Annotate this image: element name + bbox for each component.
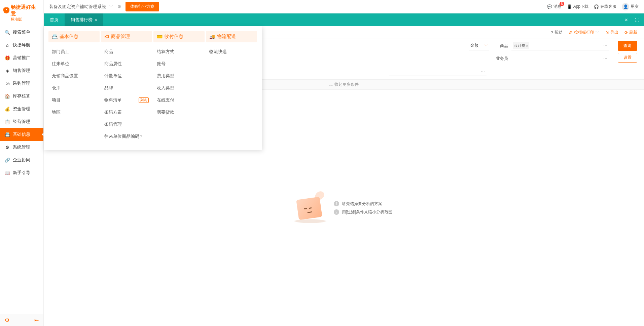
tab-home[interactable]: 首页 xyxy=(44,13,65,26)
help-link[interactable]: ? 帮助 xyxy=(551,30,563,35)
tab-bar: 首页 销售排行榜 × ✕ ⛶ xyxy=(44,13,644,26)
settings-gear-icon[interactable]: ⚙ xyxy=(5,317,9,323)
settings-button[interactable]: 设置 xyxy=(618,53,637,63)
tab-sales-ranking[interactable]: 销售排行榜 × xyxy=(65,13,103,26)
card-icon: 📇 xyxy=(52,34,58,39)
flyout-item[interactable]: 计量单位 xyxy=(101,70,152,82)
query-button[interactable]: 查询 xyxy=(618,41,637,51)
more-icon[interactable]: ⋯ xyxy=(481,69,485,74)
settings-icon: ⚙ xyxy=(5,145,10,150)
sidebar-footer: ⚙ ⇤ xyxy=(0,314,43,326)
tag-icon: ◈ xyxy=(5,68,10,73)
more-icon[interactable]: ⋯ xyxy=(603,43,608,48)
product-tag[interactable]: 设计费 × xyxy=(513,42,529,49)
tag-icon: 🏷 xyxy=(104,34,109,39)
flyout-item[interactable]: 物料清单列表 xyxy=(101,94,152,106)
sidebar-item-0[interactable]: 🔍搜索菜单 xyxy=(0,26,43,39)
sidebar-item-9[interactable]: ⚙系统管理 xyxy=(0,141,43,154)
flyout-item[interactable]: 条码管理 xyxy=(101,118,152,130)
flyout-item[interactable]: 允销商品设置 xyxy=(48,70,100,82)
sidebar-item-6[interactable]: 💰资金管理 xyxy=(0,103,43,115)
print-icon: 🖨 xyxy=(569,30,573,35)
card-icon: 📇 xyxy=(5,132,10,137)
product-input[interactable]: 设计费 × ⋯ xyxy=(511,41,609,50)
help-icon: ? xyxy=(140,134,142,138)
online-service-link[interactable]: 🎧 在线客服 xyxy=(594,4,616,9)
sidebar-item-8[interactable]: 📇基础信息 xyxy=(0,128,43,141)
flyout-item[interactable]: 费用类型 xyxy=(153,70,205,82)
close-all-tabs-icon[interactable]: ✕ xyxy=(622,16,630,24)
empty-steps: 1 请先选择要分析的方案 2 用[过滤]条件来缩小分析范围 xyxy=(334,201,393,215)
flyout-item[interactable]: 账号 xyxy=(153,58,205,70)
empty-step-2: 用[过滤]条件来缩小分析范围 xyxy=(342,209,393,215)
messages-link[interactable]: 💬 消息 6 xyxy=(547,4,562,9)
step-1-badge: 1 xyxy=(334,201,339,206)
home-icon: ⌂ xyxy=(5,42,10,48)
tab-close-icon[interactable]: × xyxy=(95,17,97,23)
truck-icon: 🚚 xyxy=(209,34,215,39)
flyout-item[interactable]: 结算方式 xyxy=(153,46,205,58)
system-name: 装备及固定资产辅助管理系统 xyxy=(49,4,106,10)
bag-icon: 🛍 xyxy=(5,81,10,86)
flyout-item[interactable]: 往来单位商品编码? xyxy=(101,130,152,142)
brand: 畅捷通好生意 标准版 xyxy=(0,0,43,24)
book-icon: 📖 xyxy=(5,170,10,175)
topbar: 装备及固定资产辅助管理系统 ﹀ ⚙ 体验行业方案 💬 消息 6 📱 App下载 … xyxy=(44,0,644,13)
sidebar-item-3[interactable]: ◈销售管理 xyxy=(0,64,43,77)
chevron-up-icon: ︽ xyxy=(329,82,333,87)
flyout-col-logistics: 🚚物流配送 物流快递 xyxy=(206,31,257,142)
flyout-item[interactable]: 收入类型 xyxy=(153,82,205,94)
flyout-item[interactable]: 条码方案 xyxy=(101,106,152,118)
flyout-item[interactable]: 项目 xyxy=(48,94,100,106)
empty-step-1: 请先选择要分析的方案 xyxy=(342,201,382,207)
brand-title: 畅捷通好生意 xyxy=(11,4,40,17)
export-link[interactable]: ⇲ 导出 xyxy=(606,30,618,35)
flyout-item[interactable]: 商品 xyxy=(101,46,152,58)
tag-remove-icon[interactable]: × xyxy=(526,44,528,48)
search-icon: 🔍 xyxy=(5,30,10,35)
app-download-link[interactable]: 📱 App下载 xyxy=(567,4,588,9)
flyout-item[interactable]: 仓库 xyxy=(48,82,100,94)
salesperson-label: 业务员 xyxy=(496,56,508,62)
flyout-item[interactable]: 物流快递 xyxy=(206,46,257,58)
sidebar-item-7[interactable]: 📋经营管理 xyxy=(0,115,43,128)
collapse-sidebar-icon[interactable]: ⇤ xyxy=(34,317,39,323)
user-menu[interactable]: 👤 用友 xyxy=(622,3,639,10)
sidebar-item-2[interactable]: 🎁营销推广 xyxy=(0,51,43,64)
experience-plan-button[interactable]: 体验行业方案 xyxy=(126,2,159,11)
amount-select[interactable]: 金额 ﹀ xyxy=(469,41,489,50)
flyout-item[interactable]: 往来单位 xyxy=(48,58,100,70)
sidebar-item-1[interactable]: ⌂快捷导航 xyxy=(0,39,43,51)
salesperson-input[interactable]: ⋯ xyxy=(511,54,609,63)
sidebar-item-5[interactable]: 🏠库存核算 xyxy=(0,90,43,103)
extra-input[interactable]: ⋯ xyxy=(389,67,487,76)
export-icon: ⇲ xyxy=(606,30,609,35)
money-icon: 💳 xyxy=(157,34,163,39)
list-badge: 列表 xyxy=(139,97,149,103)
sidebar: 畅捷通好生意 标准版 🔍搜索菜单⌂快捷导航🎁营销推广◈销售管理🛍采购管理🏠库存核… xyxy=(0,0,44,326)
flyout-item[interactable]: 部门员工 xyxy=(48,46,100,58)
step-2-badge: 2 xyxy=(334,209,339,215)
flyout-item[interactable]: 地区 xyxy=(48,106,100,118)
refresh-link[interactable]: ⟳ 刷新 xyxy=(624,30,637,35)
product-label: 商品 xyxy=(496,43,508,49)
system-selector[interactable]: 装备及固定资产辅助管理系统 ﹀ xyxy=(49,4,113,10)
sidebar-item-11[interactable]: 📖新手引导 xyxy=(0,166,43,179)
more-icon[interactable]: ⋯ xyxy=(603,56,608,61)
sidebar-item-4[interactable]: 🛍采购管理 xyxy=(0,77,43,90)
sidebar-nav: 🔍搜索菜单⌂快捷导航🎁营销推广◈销售管理🛍采购管理🏠库存核算💰资金管理📋经营管理… xyxy=(0,24,43,314)
flyout-item[interactable]: 商品属性 xyxy=(101,58,152,70)
print-template-link[interactable]: 🖨 按模板打印 ﹀ xyxy=(569,30,600,35)
chevron-down-icon: ﹀ xyxy=(596,30,600,35)
flyout-item[interactable]: 我要贷款 xyxy=(153,106,205,118)
flyout-item[interactable]: 在线支付 xyxy=(153,94,205,106)
wallet-icon: 💰 xyxy=(5,106,10,112)
flyout-item[interactable]: 品牌 xyxy=(101,82,152,94)
headset-icon: 🎧 xyxy=(594,4,599,9)
flyout-col-product: 🏷商品管理 商品商品属性计量单位品牌物料清单列表条码方案条码管理往来单位商品编码… xyxy=(101,31,152,142)
fullscreen-icon[interactable]: ⛶ xyxy=(633,16,641,24)
chevron-down-icon: ﹀ xyxy=(484,43,488,48)
system-settings-icon[interactable]: ⚙ xyxy=(117,4,121,9)
sidebar-item-10[interactable]: 🔗企业协同 xyxy=(0,154,43,166)
chevron-down-icon: ﹀ xyxy=(109,4,113,9)
